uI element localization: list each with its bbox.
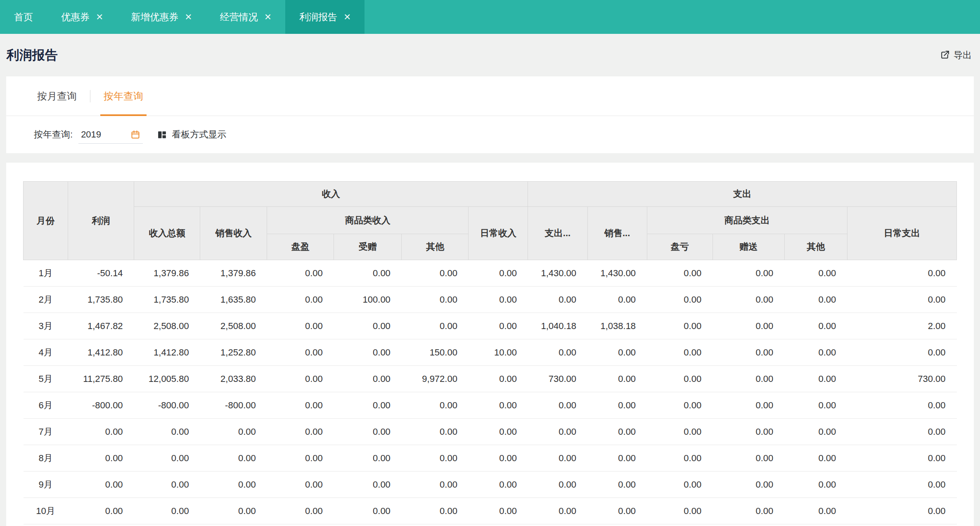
month-cell: 3月 [24, 313, 68, 339]
value-cell: 1,635.80 [200, 287, 267, 313]
value-cell: 0.00 [528, 339, 587, 366]
table-row: 3月1,467.822,508.002,508.000.000.000.000.… [24, 313, 957, 339]
col-header-inventory-loss: 盘亏 [647, 234, 713, 260]
value-cell: 0.00 [469, 366, 528, 392]
value-cell: 10.00 [469, 339, 528, 366]
value-cell: 1,412.80 [68, 339, 134, 366]
value-cell: 2,508.00 [200, 313, 267, 339]
value-cell: 0.00 [713, 472, 784, 498]
col-header-expense-other: 其他 [784, 234, 847, 260]
value-cell: 0.00 [784, 366, 847, 392]
value-cell: 0.00 [587, 472, 647, 498]
value-cell: 0.00 [469, 313, 528, 339]
value-cell: 0.00 [402, 498, 469, 524]
value-cell: 12,005.80 [134, 366, 200, 392]
month-cell: 8月 [24, 445, 68, 472]
value-cell: 0.00 [713, 287, 784, 313]
value-cell: 1,379.86 [200, 260, 267, 287]
value-cell: 0.00 [200, 472, 267, 498]
value-cell: 0.00 [784, 287, 847, 313]
value-cell: 0.00 [647, 339, 713, 366]
col-header-profit: 利润 [68, 182, 134, 260]
report-card: 月份 利润 收入 支出 收入总额 销售收入 商品类收入 日常收入 支出... 销… [6, 163, 974, 526]
value-cell: 0.00 [784, 392, 847, 419]
value-cell: 0.00 [134, 445, 200, 472]
value-cell: 0.00 [587, 419, 647, 445]
value-cell: 0.00 [469, 419, 528, 445]
page-title: 利润报告 [7, 47, 58, 64]
export-label: 导出 [954, 49, 972, 62]
value-cell: 1,430.00 [528, 260, 587, 287]
top-tab-4[interactable]: 利润报告× [285, 0, 365, 34]
value-cell: 0.00 [847, 339, 956, 366]
month-cell: 2月 [24, 287, 68, 313]
col-header-sales-income: 销售收入 [200, 207, 267, 260]
value-cell: 0.00 [587, 339, 647, 366]
col-header-daily-expense: 日常支出 [847, 207, 956, 260]
close-icon[interactable]: × [96, 11, 103, 23]
value-cell: 0.00 [334, 313, 402, 339]
top-tab-1[interactable]: 优惠券× [47, 0, 117, 34]
export-button[interactable]: 导出 [940, 49, 972, 62]
value-cell: 0.00 [784, 313, 847, 339]
value-cell: 0.00 [847, 472, 956, 498]
value-cell: 11,275.80 [68, 366, 134, 392]
year-value: 2019 [81, 129, 101, 140]
value-cell: 730.00 [847, 366, 956, 392]
close-icon[interactable]: × [265, 11, 271, 23]
value-cell: 0.00 [528, 445, 587, 472]
col-header-gift-received: 受赠 [334, 234, 402, 260]
value-cell: 0.00 [647, 392, 713, 419]
value-cell: 0.00 [469, 260, 528, 287]
value-cell: 0.00 [528, 498, 587, 524]
value-cell: 0.00 [784, 339, 847, 366]
value-cell: 0.00 [68, 419, 134, 445]
value-cell: 0.00 [528, 472, 587, 498]
value-cell: 1,038.18 [587, 313, 647, 339]
tab-divider [90, 90, 90, 102]
calendar-icon[interactable] [130, 130, 140, 140]
value-cell: 0.00 [334, 260, 402, 287]
query-card: 按月查询按年查询 按年查询: 2019 看板方式显示 [6, 76, 974, 153]
value-cell: 0.00 [713, 392, 784, 419]
value-cell: 0.00 [647, 260, 713, 287]
top-tab-label: 首页 [14, 11, 33, 24]
value-cell: 0.00 [713, 498, 784, 524]
top-tab-label: 利润报告 [299, 11, 337, 24]
year-input[interactable]: 2019 [78, 126, 143, 144]
top-tab-3[interactable]: 经营情况× [206, 0, 285, 34]
value-cell: 0.00 [68, 472, 134, 498]
value-cell: 0.00 [469, 392, 528, 419]
top-tab-label: 优惠券 [61, 11, 90, 24]
value-cell: 0.00 [469, 445, 528, 472]
close-icon[interactable]: × [185, 11, 192, 23]
value-cell: 0.00 [587, 392, 647, 419]
value-cell: 0.00 [713, 419, 784, 445]
tab-yearly-query[interactable]: 按年查询 [100, 76, 147, 116]
top-tab-2[interactable]: 新增优惠券× [117, 0, 206, 34]
value-cell: 0.00 [267, 287, 334, 313]
value-cell: -50.14 [68, 260, 134, 287]
value-cell: 0.00 [402, 260, 469, 287]
value-cell: 0.00 [402, 445, 469, 472]
board-view-toggle[interactable]: 看板方式显示 [157, 128, 226, 141]
value-cell: 0.00 [267, 445, 334, 472]
value-cell: -800.00 [134, 392, 200, 419]
value-cell: 150.00 [402, 339, 469, 366]
value-cell: 0.00 [200, 445, 267, 472]
value-cell: 0.00 [267, 498, 334, 524]
value-cell: 0.00 [847, 419, 956, 445]
value-cell: 0.00 [847, 498, 956, 524]
value-cell: 2.00 [847, 313, 956, 339]
top-tab-bar: 首页优惠券×新增优惠券×经营情况×利润报告× [0, 0, 980, 34]
col-header-month: 月份 [24, 182, 68, 260]
value-cell: 0.00 [784, 419, 847, 445]
value-cell: 0.00 [334, 392, 402, 419]
board-toggle-label: 看板方式显示 [172, 128, 226, 141]
table-row: 5月11,275.8012,005.802,033.800.000.009,97… [24, 366, 957, 392]
close-icon[interactable]: × [344, 11, 350, 23]
col-group-goods-expense: 商品类支出 [647, 207, 847, 234]
tab-monthly-query[interactable]: 按月查询 [34, 76, 80, 116]
top-tab-0[interactable]: 首页 [0, 0, 47, 34]
value-cell: 0.00 [200, 498, 267, 524]
